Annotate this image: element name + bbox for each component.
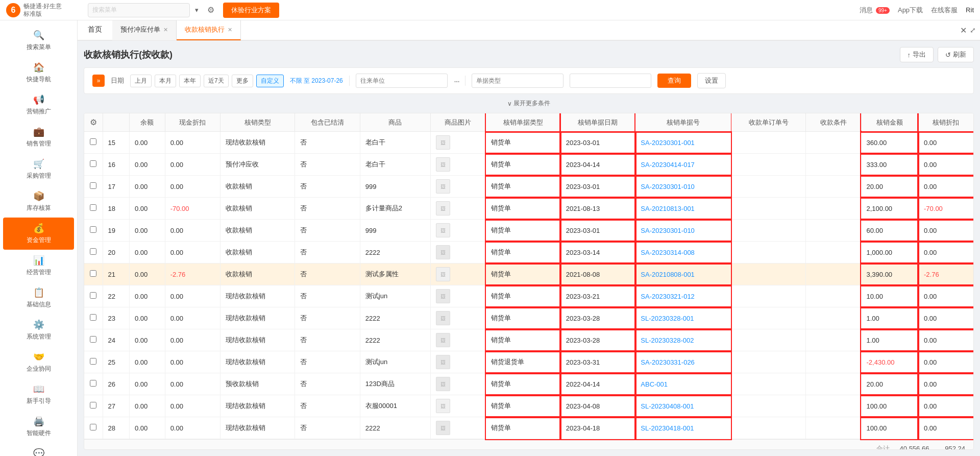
row-checkbox-13[interactable] [90, 424, 96, 430]
sidebar-item-finance[interactable]: 💰资金管理 [3, 218, 74, 250]
row-verify-bill-no-2[interactable]: SA-20230301-010 [635, 176, 731, 198]
table-settings-btn[interactable]: ⚙ [90, 117, 97, 127]
tab-home[interactable]: 首页 [78, 20, 112, 40]
sidebar-item-wechat[interactable]: 💬企业微信 [0, 443, 77, 456]
row-checkbox-8[interactable] [90, 314, 96, 321]
row-bill-link-6[interactable]: SA-20210808-001 [641, 271, 695, 278]
row-bill-link-12[interactable]: SL-20230408-001 [641, 402, 694, 410]
filter-bill-type-input[interactable] [472, 74, 564, 88]
export-btn[interactable]: ↑ 导出 [900, 47, 934, 62]
row-bill-link-3[interactable]: SA-20210813-001 [641, 205, 695, 212]
row-bill-link-8[interactable]: SL-20230328-001 [641, 315, 694, 322]
sidebar-item-sales[interactable]: 💼销售管理 [0, 121, 77, 153]
row-settings-11[interactable] [84, 373, 103, 395]
sidebar-item-purchase[interactable]: 🛒采购管理 [0, 153, 77, 185]
row-bill-link-4[interactable]: SA-20230301-010 [641, 227, 695, 234]
sidebar-item-operation[interactable]: 📊经营管理 [0, 250, 77, 282]
row-verify-bill-no-12[interactable]: SL-20230408-001 [635, 395, 731, 417]
tab-prepay-close[interactable]: ✕ [163, 27, 168, 33]
sidebar-item-enterprise[interactable]: 🤝企业协同 [0, 346, 77, 378]
expand-more-btn[interactable]: ∨ 展开更多条件 [507, 99, 550, 108]
app-download-link[interactable]: App下载 [898, 6, 923, 15]
row-checkbox-6[interactable] [90, 270, 96, 277]
row-settings-8[interactable] [84, 307, 103, 329]
tab-expand-btn[interactable]: ⤢ [970, 26, 976, 34]
row-verify-bill-no-10[interactable]: SA-20230331-026 [635, 351, 731, 373]
filter-bill-type-select[interactable] [570, 74, 651, 88]
row-bill-link-5[interactable]: SA-20230314-008 [641, 249, 695, 256]
row-settings-9[interactable] [84, 329, 103, 351]
row-bill-link-2[interactable]: SA-20230301-010 [641, 183, 695, 190]
row-checkbox-1[interactable] [90, 160, 96, 167]
row-bill-link-13[interactable]: SL-20230418-001 [641, 424, 694, 432]
filter-query-btn[interactable]: 查询 [657, 74, 691, 88]
row-settings-13[interactable] [84, 417, 103, 439]
filter-settings-btn[interactable]: 设置 [697, 73, 726, 88]
row-settings-6[interactable] [84, 263, 103, 285]
row-checkbox-11[interactable] [90, 380, 96, 387]
filter-more-btn[interactable]: 更多 [232, 75, 253, 87]
messages-link[interactable]: 消息 99+ [860, 6, 890, 15]
col-settings-header[interactable]: ⚙ [84, 113, 103, 132]
row-checkbox-0[interactable] [90, 138, 96, 145]
row-settings-2[interactable] [84, 176, 103, 198]
row-verify-bill-no-11[interactable]: ABC-001 [635, 373, 731, 395]
row-bill-link-11[interactable]: ABC-001 [641, 380, 668, 388]
filter-this-year-btn[interactable]: 本年 [179, 75, 201, 87]
row-verify-bill-no-9[interactable]: SL-20230328-002 [635, 329, 731, 351]
row-bill-link-9[interactable]: SL-20230328-002 [641, 337, 694, 344]
row-bill-link-1[interactable]: SA-20230414-017 [641, 161, 695, 169]
sidebar-item-basic[interactable]: 📋基础信息 [0, 282, 77, 314]
sidebar-item-shortcut[interactable]: 🏠快捷导航 [0, 57, 77, 89]
refresh-btn[interactable]: ↺ 刷新 [938, 47, 974, 62]
sidebar-item-guide[interactable]: 📖新手引导 [0, 378, 77, 411]
filter-7days-btn[interactable]: 近7天 [204, 75, 229, 87]
row-settings-10[interactable] [84, 351, 103, 373]
row-verify-bill-no-1[interactable]: SA-20230414-017 [635, 154, 731, 176]
filter-toggle-btn[interactable]: » [92, 75, 105, 87]
row-verify-bill-no-6[interactable]: SA-20210808-001 [635, 263, 731, 285]
row-bill-link-0[interactable]: SA-20230301-001 [641, 139, 695, 147]
industry-btn[interactable]: 休验行业方案 [223, 3, 279, 18]
tab-receipt-close[interactable]: ✕ [228, 27, 232, 33]
sidebar-item-system[interactable]: ⚙️系统管理 [0, 314, 77, 346]
row-settings-3[interactable] [84, 198, 103, 220]
row-verify-bill-no-3[interactable]: SA-20210813-001 [635, 198, 731, 220]
row-verify-bill-no-0[interactable]: SA-20230301-001 [635, 132, 731, 154]
dropdown-button[interactable]: ▾ [195, 3, 199, 17]
row-checkbox-2[interactable] [90, 182, 96, 189]
row-verify-bill-no-5[interactable]: SA-20230314-008 [635, 242, 731, 263]
row-verify-bill-no-4[interactable]: SA-20230301-010 [635, 220, 731, 242]
row-verify-bill-no-13[interactable]: SL-20230418-001 [635, 417, 731, 439]
tab-receipt[interactable]: 收款核销执行 ✕ [177, 20, 241, 40]
row-settings-4[interactable] [84, 220, 103, 242]
row-settings-1[interactable] [84, 154, 103, 176]
row-settings-7[interactable] [84, 285, 103, 307]
tab-prepay[interactable]: 预付冲应付单 ✕ [112, 20, 177, 40]
filter-last-month-btn[interactable]: 上月 [130, 75, 152, 87]
filter-this-month-btn[interactable]: 本月 [155, 75, 176, 87]
online-support-link[interactable]: 在线客服 [931, 6, 958, 15]
tab-close-all-btn[interactable]: ✕ [960, 26, 967, 35]
row-settings-12[interactable] [84, 395, 103, 417]
row-checkbox-12[interactable] [90, 402, 96, 409]
row-checkbox-3[interactable] [90, 204, 96, 211]
filter-from-unit-input[interactable] [356, 74, 448, 88]
filter-custom-btn[interactable]: 自定义 [256, 75, 284, 87]
row-checkbox-4[interactable] [90, 226, 96, 233]
row-settings-5[interactable] [84, 242, 103, 263]
sidebar-item-inventory[interactable]: 📦库存核算 [0, 185, 77, 218]
row-checkbox-7[interactable] [90, 292, 96, 299]
row-checkbox-5[interactable] [90, 248, 96, 255]
row-verify-bill-no-8[interactable]: SL-20230328-001 [635, 307, 731, 329]
row-verify-bill-no-7[interactable]: SA-20230321-012 [635, 285, 731, 307]
sidebar-item-search[interactable]: 🔍搜索菜单 [0, 25, 77, 57]
row-bill-link-7[interactable]: SA-20230321-012 [641, 293, 695, 300]
row-settings-0[interactable] [84, 132, 103, 154]
row-bill-link-10[interactable]: SA-20230331-026 [641, 358, 695, 366]
row-checkbox-9[interactable] [90, 336, 96, 343]
sidebar-item-marketing[interactable]: 📢营销推广 [0, 89, 77, 121]
row-checkbox-10[interactable] [90, 358, 96, 365]
gear-button[interactable]: ⚙ [204, 3, 218, 17]
sidebar-item-hardware[interactable]: 🖨️智能硬件 [0, 411, 77, 443]
